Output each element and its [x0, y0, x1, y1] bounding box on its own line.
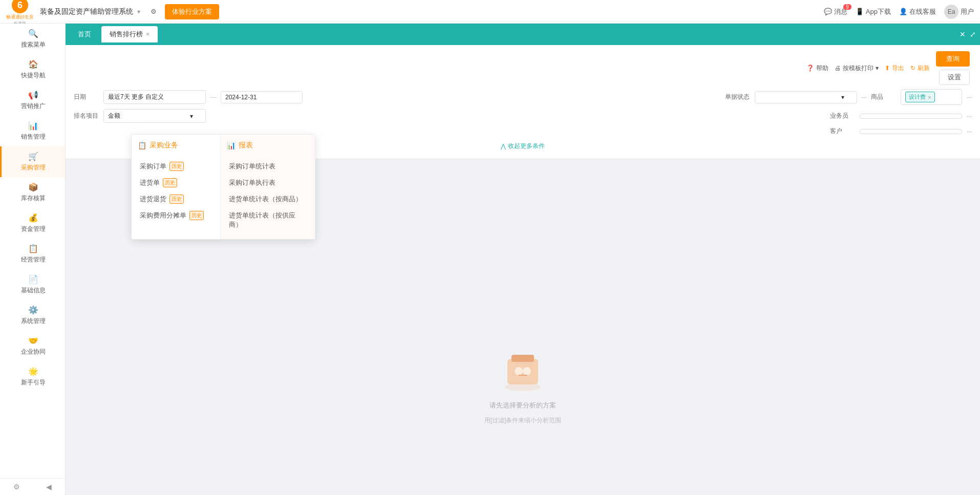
menu-item-inbound-stats-supplier[interactable]: 进货单统计表（按供应商）: [227, 207, 309, 233]
sidebar-settings-btn[interactable]: ⚙: [13, 483, 20, 491]
goods-input[interactable]: 设计费 ×: [901, 89, 962, 105]
sidebar-label-enterprise: 企业协同: [21, 348, 46, 356]
menu-col-business-title: 📋 采购业务: [138, 141, 220, 153]
finance-icon: 💰: [28, 213, 38, 223]
query-button[interactable]: 查询: [936, 51, 970, 67]
menu-item-purchase-order[interactable]: 采购订单 历史: [138, 158, 220, 175]
sidebar-collapse-btn[interactable]: ◀: [46, 483, 52, 491]
sidebar-item-enterprise[interactable]: 🤝 企业协同: [0, 331, 65, 361]
sidebar-item-operations[interactable]: 📋 经营管理: [0, 239, 65, 269]
sidebar-item-search[interactable]: 🔍 搜索菜单: [0, 24, 65, 54]
rank-label: 排名项目: [74, 112, 99, 120]
sidebar-item-nav[interactable]: 🏠 快捷导航: [0, 54, 65, 85]
sidebar-item-system[interactable]: ⚙️ 系统管理: [0, 300, 65, 331]
business-title-icon: 📋: [138, 141, 146, 149]
tab-maximize-icon[interactable]: ⤢: [970, 30, 976, 38]
goods-tag-close[interactable]: ×: [928, 94, 931, 100]
purchase-order-badge: 历史: [169, 162, 184, 171]
sidebar-label-marketing: 营销推广: [21, 102, 46, 111]
collapse-button[interactable]: ⋀ 收起更多条件: [499, 140, 547, 153]
home-icon: 🏠: [28, 59, 38, 69]
print-icon: 🖨: [835, 64, 841, 72]
tab-close-window-icon[interactable]: ✕: [960, 30, 966, 38]
tab-close-icon[interactable]: ×: [146, 31, 150, 38]
date-end-value: 2024-12-31: [225, 94, 257, 101]
user-menu[interactable]: Ea 用户: [944, 5, 974, 19]
user-label: 用户: [961, 7, 974, 16]
date-end-picker[interactable]: 2024-12-31: [221, 91, 303, 103]
export-btn[interactable]: ⬆ 导出: [885, 64, 904, 73]
sidebar-item-finance[interactable]: 💰 资金管理: [0, 208, 65, 239]
sidebar-label-purchase: 采购管理: [21, 163, 46, 172]
rank-select[interactable]: 金额 ▾: [103, 109, 206, 123]
customer-input[interactable]: [860, 129, 962, 134]
help-icon: ❓: [806, 64, 814, 72]
help-btn[interactable]: ❓ 帮助: [806, 64, 828, 73]
menu-item-inbound-stats-goods[interactable]: 进货单统计表（按商品）: [227, 191, 309, 207]
set-button[interactable]: 设置: [939, 70, 970, 85]
tab-actions: ✕ ⤢: [960, 30, 976, 38]
svg-rect-2: [512, 355, 534, 362]
marketing-icon: 📢: [28, 90, 38, 100]
settings-icon[interactable]: ⚙: [146, 5, 161, 19]
online-service-button[interactable]: 👤 在线客服: [899, 7, 936, 16]
trial-button[interactable]: 体验行业方案: [165, 4, 219, 19]
date-separator: —: [210, 93, 217, 101]
inbound-return-badge: 历史: [169, 195, 184, 204]
sidebar-item-inventory[interactable]: 📦 库存核算: [0, 177, 65, 208]
rank-value: 金额: [108, 112, 120, 120]
sales-icon: 📊: [28, 121, 38, 131]
filter-row-2: 排名项目 金额 ▾ 业务员 ···: [74, 109, 972, 123]
menu-item-inbound[interactable]: 进货单 历史: [138, 175, 220, 191]
messages-badge: 9: [843, 4, 851, 10]
sidebar-label-operations: 经营管理: [21, 255, 46, 264]
enterprise-icon: 🤝: [28, 336, 38, 346]
sidebar-bottom: ⚙ ◀: [0, 478, 65, 495]
menu-item-order-exec[interactable]: 采购订单执行表: [227, 175, 309, 191]
customer-label: 客户: [830, 127, 856, 136]
sidebar-item-sales[interactable]: 📊 销售管理: [0, 116, 65, 146]
logo-area[interactable]: 6 畅通通好生意 标准版: [6, 0, 34, 26]
date-value: 最近7天 更多 自定义: [108, 93, 164, 101]
menu-item-purchase-cost[interactable]: 采购费用分摊单 历史: [138, 207, 220, 224]
print-dropdown-icon: ▾: [876, 64, 879, 72]
purchase-dropdown-menu: 📋 采购业务 采购订单 历史 进货单 历史 进货退货: [131, 134, 315, 240]
top-right-area: 💬 消息 9 📱 App下载 👤 在线客服 Ea 用户: [824, 5, 974, 19]
collapse-up-icon: ⋀: [501, 143, 506, 150]
inbound-stats-goods-label: 进货单统计表（按商品）: [229, 195, 302, 204]
sidebar-item-basic-info[interactable]: 📄 基础信息: [0, 269, 65, 300]
rank-chevron: ▾: [190, 113, 193, 120]
customer-dots[interactable]: ···: [966, 127, 972, 135]
date-label: 日期: [74, 93, 99, 101]
sidebar-item-purchase[interactable]: 🛒 采购管理: [0, 146, 65, 177]
sidebar-item-marketing[interactable]: 📢 营销推广: [0, 85, 65, 116]
business-title-text: 采购业务: [150, 141, 178, 150]
svg-rect-1: [507, 359, 538, 384]
reports-title-text: 报表: [239, 141, 253, 150]
print-btn[interactable]: 🖨 按模板打印 ▾: [835, 64, 879, 73]
tab-sales-ranking[interactable]: 销售排行榜 ×: [101, 26, 158, 42]
salesman-input[interactable]: [860, 114, 962, 119]
guide-icon: 🌟: [28, 367, 38, 376]
sidebar-item-guide[interactable]: 🌟 新手引导: [0, 361, 65, 392]
status-dots[interactable]: ···: [861, 93, 867, 101]
tab-home[interactable]: 首页: [70, 26, 99, 42]
purchase-icon: 🛒: [28, 152, 38, 161]
title-dropdown-arrow[interactable]: ▾: [137, 8, 140, 15]
menu-item-order-stats[interactable]: 采购订单统计表: [227, 158, 309, 175]
sidebar: 🔍 搜索菜单 🏠 快捷导航 📢 营销推广 📊 销售管理 🛒 采购管理 📦: [0, 24, 66, 495]
empty-hint-2: 用[过滤]条件来缩小分析范围: [484, 416, 562, 425]
menu-item-inbound-return[interactable]: 进货退货 历史: [138, 191, 220, 207]
goods-dots[interactable]: ···: [966, 93, 972, 101]
refresh-btn[interactable]: ↻ 刷新: [910, 64, 930, 73]
sidebar-label-sales: 销售管理: [21, 133, 46, 141]
collapse-label: 收起更多条件: [508, 142, 545, 150]
filter-row-1: 日期 最近7天 更多 自定义 — 2024-12-31 单据状态 ▾: [74, 89, 972, 105]
salesman-dots[interactable]: ···: [966, 112, 972, 120]
messages-button[interactable]: 💬 消息 9: [824, 7, 847, 16]
date-picker[interactable]: 最近7天 更多 自定义: [103, 90, 206, 104]
avatar: Ea: [944, 5, 958, 19]
status-select[interactable]: ▾: [755, 91, 857, 103]
app-download-button[interactable]: 📱 App下载: [856, 7, 891, 16]
filter-toolbar: ❓ 帮助 🖨 按模板打印 ▾ ⬆ 导出 ↻: [74, 51, 972, 85]
